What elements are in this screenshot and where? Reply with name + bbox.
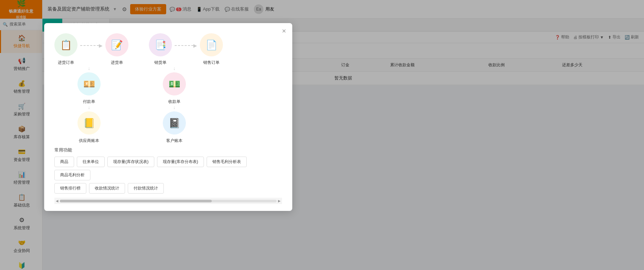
flow-node-receipt[interactable]: 💵 收款单 bbox=[163, 72, 186, 105]
payment-label: 付款单 bbox=[83, 99, 95, 105]
purchase-receipt-label: 进货单 bbox=[111, 60, 123, 66]
supplier-ledger-icon: 📒 bbox=[83, 118, 95, 129]
sales-order-icon: 📄 bbox=[206, 39, 217, 51]
func-btn-counterpart[interactable]: 往来单位 bbox=[77, 157, 105, 167]
func-btn-product[interactable]: 商品 bbox=[54, 157, 74, 167]
payment-icon: 💴 bbox=[83, 78, 95, 90]
common-title: 常用功能 bbox=[54, 147, 282, 153]
flow-node-sales-order[interactable]: 📄 销售订单 bbox=[200, 33, 223, 66]
arrow-sales-to-receipt: ▶ bbox=[175, 43, 197, 48]
sales-receipt-circle[interactable]: 📑 bbox=[149, 33, 172, 56]
receipt-icon: 💵 bbox=[169, 78, 180, 90]
purchase-receipt-icon: 📝 bbox=[111, 39, 123, 51]
scroll-left-arrow[interactable]: ◀ bbox=[56, 199, 58, 203]
scroll-bar: ◀ ▶ bbox=[54, 198, 282, 204]
col-payment: ↓ 💴 付款单 bbox=[77, 66, 101, 105]
down-arrow-receipt: ↓ bbox=[173, 66, 176, 71]
purchase-order-label: 进货订单 bbox=[58, 60, 74, 66]
flow-node-payment[interactable]: 💴 付款单 bbox=[77, 72, 101, 105]
func-btn-receipt-stats[interactable]: 收款情况统计 bbox=[89, 183, 125, 194]
func-btn-stock-status[interactable]: 现存量(库存状况表) bbox=[107, 157, 154, 167]
flow-row-2: ↓ 💴 付款单 ↓ 💵 bbox=[54, 66, 186, 105]
common-functions: 常用功能 商品 往来单位 现存量(库存状况表) 现存量(库存分布表) 销售毛利分… bbox=[54, 147, 282, 194]
receipt-label: 收款单 bbox=[168, 99, 180, 105]
supplier-ledger-label: 供应商账本 bbox=[79, 138, 99, 144]
purchase-receipt-circle[interactable]: 📝 bbox=[105, 33, 128, 56]
customer-ledger-circle[interactable]: 📓 bbox=[163, 111, 186, 134]
scroll-thumb bbox=[60, 200, 212, 202]
flow-node-purchase-receipt[interactable]: 📝 进货单 bbox=[105, 33, 128, 66]
down-arrow-customer: ↓ bbox=[173, 105, 176, 110]
func-btn-product-gross[interactable]: 商品毛利分析 bbox=[54, 170, 90, 180]
flow-row-1: 📋 进货订单 ▶ 📝 进货单 📑 bbox=[54, 33, 223, 66]
payment-circle[interactable]: 💴 bbox=[77, 72, 101, 95]
col-receipt: ↓ 💵 收款单 bbox=[163, 66, 186, 105]
func-btn-payment-stats[interactable]: 付款情况统计 bbox=[128, 183, 164, 194]
sales-receipt-label: 销货单 bbox=[154, 60, 167, 66]
col-customer-ledger: ↓ 📓 客户账本 bbox=[163, 105, 186, 144]
flow-node-sales-receipt[interactable]: 📑 销货单 bbox=[149, 33, 172, 66]
function-buttons-row2: 销售排行榜 收款情况统计 付款情况统计 bbox=[54, 183, 282, 194]
flow-row-3: ↓ 📒 供应商账本 ↓ 📓 客户账本 bbox=[54, 105, 186, 144]
popup-card: ✕ 📋 进货订单 ▶ 📝 进货单 bbox=[44, 23, 292, 211]
down-arrow-supplier: ↓ bbox=[88, 105, 90, 110]
flow-diagram: 📋 进货订单 ▶ 📝 进货单 📑 bbox=[54, 33, 282, 144]
receipt-circle[interactable]: 💵 bbox=[163, 72, 186, 95]
down-arrow-payment: ↓ bbox=[88, 66, 90, 71]
flow-node-supplier-ledger[interactable]: 📒 供应商账本 bbox=[77, 111, 101, 144]
col-supplier-ledger: ↓ 📒 供应商账本 bbox=[77, 105, 101, 144]
sales-order-circle[interactable]: 📄 bbox=[200, 33, 223, 56]
func-btn-stock-distribution[interactable]: 现存量(库存分布表) bbox=[157, 157, 204, 167]
flow-node-purchase-order[interactable]: 📋 进货订单 bbox=[54, 33, 77, 66]
scroll-track[interactable] bbox=[60, 200, 277, 202]
func-btn-sales-ranking[interactable]: 销售排行榜 bbox=[54, 183, 86, 194]
sales-receipt-icon: 📑 bbox=[155, 39, 167, 51]
function-buttons: 商品 往来单位 现存量(库存状况表) 现存量(库存分布表) 销售毛利分析表 商品… bbox=[54, 157, 282, 180]
flow-node-customer-ledger[interactable]: 📓 客户账本 bbox=[163, 111, 186, 144]
scroll-right-arrow[interactable]: ▶ bbox=[278, 199, 281, 203]
customer-ledger-icon: 📓 bbox=[169, 118, 180, 129]
func-btn-gross-profit-analysis[interactable]: 销售毛利分析表 bbox=[207, 157, 247, 167]
supplier-ledger-circle[interactable]: 📒 bbox=[77, 111, 101, 134]
customer-ledger-label: 客户账本 bbox=[166, 138, 182, 144]
sales-order-label: 销售订单 bbox=[203, 60, 220, 66]
popup-close-btn[interactable]: ✕ bbox=[280, 27, 288, 35]
purchase-order-circle[interactable]: 📋 bbox=[54, 33, 77, 56]
arrow-purchase-to-receipt: ▶ bbox=[80, 43, 103, 48]
purchase-order-icon: 📋 bbox=[60, 39, 72, 51]
